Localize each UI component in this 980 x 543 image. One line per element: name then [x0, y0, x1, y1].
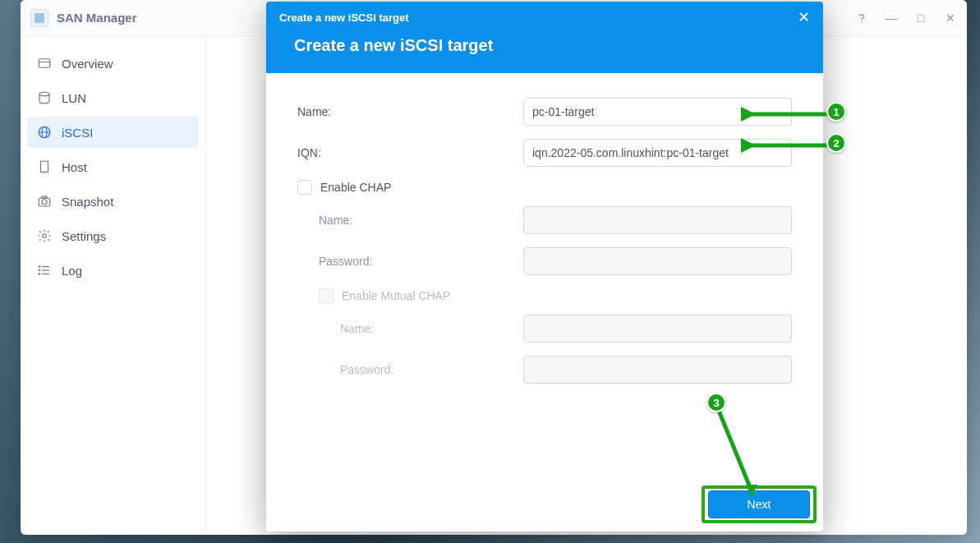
dialog-body: Name: IQN: Enable CHAP Name: Password: E… — [266, 73, 823, 477]
dialog-header: Create a new iSCSI target ✕ Create a new… — [266, 2, 823, 73]
camera-icon — [37, 194, 52, 209]
sidebar-item-label: Settings — [62, 229, 106, 243]
svg-point-17 — [39, 274, 40, 275]
sidebar-item-host[interactable]: Host — [27, 151, 199, 182]
enable-chap-label: Enable CHAP — [320, 181, 391, 194]
minimize-icon[interactable]: — — [885, 12, 898, 25]
list-icon — [37, 263, 52, 278]
sidebar-item-lun[interactable]: LUN — [27, 82, 199, 113]
sidebar-item-label: Log — [62, 264, 82, 278]
iqn-label: IQN: — [297, 146, 523, 159]
sidebar-item-label: iSCSI — [62, 126, 93, 140]
sidebar-item-overview[interactable]: Overview — [27, 48, 199, 79]
sidebar-item-label: LUN — [62, 91, 86, 105]
sidebar: Overview LUN iSCSI Host Snapshot Setting… — [21, 36, 205, 535]
mchap-name-label: Name: — [297, 322, 523, 335]
mchap-password-input — [523, 356, 792, 384]
iqn-input[interactable] — [523, 139, 792, 167]
chap-name-input — [523, 206, 792, 234]
chap-password-label: Password: — [297, 255, 523, 268]
mchap-name-input — [523, 315, 792, 343]
create-iscsi-target-dialog: Create a new iSCSI target ✕ Create a new… — [266, 2, 823, 531]
svg-point-9 — [42, 200, 47, 205]
svg-point-15 — [39, 266, 40, 268]
host-icon — [37, 159, 52, 174]
sidebar-item-snapshot[interactable]: Snapshot — [27, 186, 199, 217]
maximize-icon[interactable]: □ — [914, 12, 927, 25]
dashboard-icon — [37, 56, 52, 71]
app-title: SAN Manager — [57, 11, 137, 25]
chap-name-label: Name: — [297, 214, 523, 227]
svg-rect-10 — [42, 196, 47, 198]
sidebar-item-label: Host — [62, 160, 87, 174]
enable-chap-checkbox[interactable] — [297, 180, 312, 195]
chap-password-input — [523, 247, 792, 275]
app-icon — [30, 9, 48, 27]
sidebar-item-settings[interactable]: Settings — [27, 220, 199, 251]
close-icon[interactable]: ✕ — [798, 8, 810, 26]
database-icon — [37, 90, 52, 105]
svg-point-11 — [43, 234, 47, 238]
name-label: Name: — [297, 105, 523, 118]
mchap-password-label: Password: — [297, 363, 523, 376]
svg-rect-0 — [39, 59, 50, 68]
svg-point-16 — [39, 269, 40, 271]
sidebar-item-iscsi[interactable]: iSCSI — [27, 117, 199, 148]
annotation-badge-3: 3 — [706, 393, 726, 412]
next-button[interactable]: Next — [708, 490, 810, 518]
enable-mutual-chap-label: Enable Mutual CHAP — [342, 289, 450, 302]
gear-icon — [37, 228, 52, 243]
sidebar-item-label: Snapshot — [62, 195, 113, 209]
name-input[interactable] — [523, 98, 792, 126]
help-icon[interactable]: ? — [855, 12, 868, 25]
dialog-title: Create a new iSCSI target — [266, 33, 823, 73]
sidebar-item-log[interactable]: Log — [27, 255, 199, 286]
enable-mutual-chap-checkbox — [319, 288, 334, 303]
sidebar-item-label: Overview — [62, 57, 113, 71]
annotation-badge-2: 2 — [826, 133, 846, 153]
svg-point-2 — [39, 92, 49, 96]
dialog-window-title: Create a new iSCSI target — [279, 12, 409, 24]
close-app-icon[interactable]: ✕ — [944, 12, 957, 25]
svg-rect-6 — [41, 161, 48, 173]
annotation-badge-1: 1 — [826, 102, 846, 122]
globe-icon — [37, 125, 52, 140]
